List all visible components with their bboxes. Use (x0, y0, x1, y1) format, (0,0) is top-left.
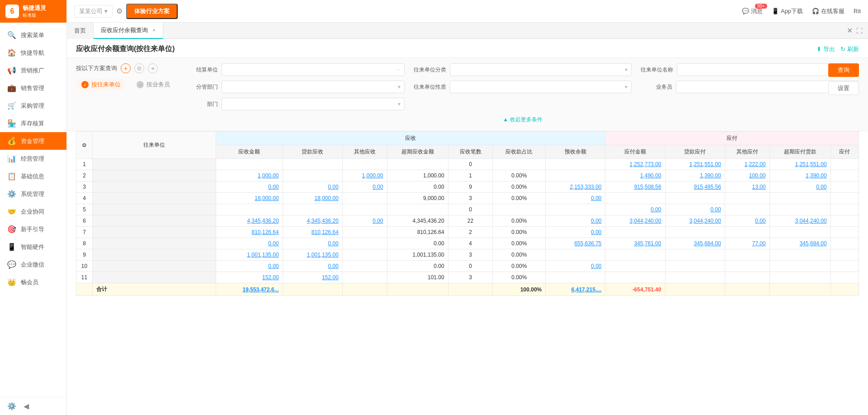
settings-icon[interactable]: ⚙ (116, 7, 123, 15)
sidebar-item-shortcut[interactable]: 🏠快捷导航 (0, 44, 66, 62)
sidebar-item-hardware[interactable]: 📱智能硬件 (0, 238, 66, 256)
add-scheme-button[interactable]: + (121, 63, 131, 73)
scheme-icon-button[interactable]: ⊙ (134, 63, 144, 73)
filter-salesperson: 业务员 ··· (641, 81, 859, 93)
total-ar-amount[interactable]: 19,553,472,6... (216, 283, 283, 296)
sidebar-label-collab: 企业协同 (21, 208, 44, 216)
sub-nav-salesperson[interactable]: ○ 按业务员 (131, 79, 175, 91)
total-ar-prepay[interactable]: 6,417,215.... (546, 283, 605, 296)
dots-icon: ··· (396, 67, 401, 73)
org-name: 某某公司 (79, 7, 103, 15)
set-button[interactable]: 设置 (828, 81, 859, 95)
filter-settlement-unit: 结算单位 ··· (186, 63, 405, 76)
tab-close-icon[interactable]: × (152, 27, 156, 33)
tab-bar-close-icon[interactable]: ✕ (847, 26, 853, 35)
refresh-icon: ↻ (840, 46, 845, 52)
sidebar-item-sales[interactable]: 💼销售管理 (0, 79, 66, 97)
tab-bar: 首页 应收应付余额查询 × ✕ ⛶ (67, 23, 868, 39)
topbar: 某某公司 ▾ ⚙ 体验行业方案 💬 消息 99+ 📱 App下载 🎧 在线客服 … (67, 0, 868, 23)
total-ap-loan (665, 283, 725, 296)
promo-button[interactable]: 体验行业方案 (126, 4, 178, 19)
partner-nature-input[interactable]: ▾ (450, 81, 632, 93)
refresh-button[interactable]: ↻ 刷新 (840, 45, 859, 53)
sidebar-item-finance[interactable]: 💰资金管理 (0, 132, 66, 150)
logo-badge: 标准版 (23, 12, 46, 19)
sidebar-item-system[interactable]: ⚙️系统管理 (0, 185, 66, 203)
collapse-more-button[interactable]: ▲ 收起更多条件 (186, 114, 859, 125)
query-button[interactable]: 查询 (828, 63, 859, 77)
online-service-button[interactable]: 🎧 在线客服 (812, 7, 844, 15)
th-ap-amount: 应付金额 (605, 145, 665, 159)
sidebar-item-guide[interactable]: 🎯新手引导 (0, 220, 66, 238)
table-row: 101,252,773.001,251,551.001,222.001,251,… (76, 159, 859, 170)
org-selector[interactable]: 某某公司 ▾ (74, 5, 113, 18)
partner-cell (93, 261, 216, 272)
tab-ar-query[interactable]: 应收应付余额查询 × (94, 23, 163, 39)
page-content: 应收应付余额查询(按往来单位) ⬆ 导出 ↻ 刷新 按以下方案查询 + (67, 39, 868, 415)
sidebar-item-operation[interactable]: 📊经营管理 (0, 150, 66, 167)
payable-group-header: 应付 (605, 132, 859, 145)
partner-category-input[interactable]: ▾ (450, 63, 632, 76)
sidebar-label-sales: 销售管理 (21, 84, 44, 92)
total-ap-extra (830, 283, 859, 296)
export-button[interactable]: ⬆ 导出 (816, 45, 835, 53)
sidebar-item-member[interactable]: 👑畅会员 (0, 273, 66, 291)
partner-cell (93, 227, 216, 238)
sub-nav-partner[interactable]: ✓ 按往来单位 (76, 79, 126, 91)
service-icon: 🎧 (812, 8, 819, 14)
inventory-icon: 🏪 (7, 119, 16, 128)
collapse-icon[interactable]: ◀ (24, 402, 29, 410)
th-ar-other: 其他应收 (342, 145, 387, 159)
user-profile[interactable]: Rit (854, 8, 861, 14)
filter-top: 按以下方案查询 + ⊙ « (76, 63, 179, 73)
sidebar-item-basic[interactable]: 📋基础信息 (0, 167, 66, 185)
tab-home[interactable]: 首页 (67, 23, 94, 39)
sidebar-item-search[interactable]: 🔍搜索菜单 (0, 26, 66, 44)
app-label: App下载 (781, 7, 803, 15)
th-ar-overdue: 超期应收金额 (387, 145, 448, 159)
export-icon: ⬆ (816, 46, 821, 52)
app-download-button[interactable]: 📱 App下载 (772, 7, 803, 15)
purchase-icon: 🛒 (7, 101, 16, 110)
partner-cell (93, 249, 216, 261)
sidebar-item-purchase[interactable]: 🛒采购管理 (0, 97, 66, 114)
dropdown-icon3: ▾ (625, 84, 627, 90)
dropdown-icon2: ▾ (398, 84, 401, 90)
sub-nav: ✓ 按往来单位 ○ 按业务员 (76, 79, 179, 91)
tab-bar-expand-icon[interactable]: ⛶ (856, 27, 863, 34)
sidebar-label-marketing: 营销推广 (21, 67, 44, 75)
sales-icon: 💼 (7, 84, 16, 92)
settings-col-icon[interactable]: ⚙ (76, 132, 93, 159)
total-ar-other (342, 283, 387, 296)
sidebar-label-shortcut: 快捷导航 (21, 49, 44, 57)
sidebar-bottom: ⚙️ ◀ (0, 397, 66, 415)
table-row: 64,345,436.204,345,436.200.004,345,436.2… (76, 215, 859, 227)
th-ap-loan: 贷款应付 (665, 145, 725, 159)
sidebar-label-member: 畅会员 (21, 278, 38, 286)
settings-icon[interactable]: ⚙️ (7, 402, 16, 410)
partner-cell (93, 272, 216, 283)
sidebar-item-collab[interactable]: 🤝企业协同 (0, 203, 66, 220)
total-index (76, 283, 93, 296)
sidebar: 6 畅捷通灵 标准版 🔍搜索菜单🏠快捷导航📢营销推广💼销售管理🛒采购管理🏪库存核… (0, 0, 67, 415)
settlement-unit-input[interactable]: ··· (222, 63, 405, 76)
sidebar-item-inventory[interactable]: 🏪库存核算 (0, 114, 66, 132)
data-table: ⚙ 往来单位 应收 应付 应收金额 贷款应收 其他应收 超期应收金额 应收笔数 … (76, 131, 859, 296)
partner-cell (93, 238, 216, 249)
table-group-header: ⚙ 往来单位 应收 应付 (76, 132, 859, 145)
dept-manager-input[interactable]: ▾ (222, 81, 405, 93)
total-ap-amount: -654,751.40 (605, 283, 665, 296)
table-row: 80.000.000.0040.00%655,636.75345,761.003… (76, 238, 859, 249)
sidebar-label-finance: 资金管理 (21, 137, 44, 145)
sidebar-item-wechat[interactable]: 💬企业微信 (0, 256, 66, 273)
user-name: Rit (854, 8, 861, 14)
dept-input[interactable]: ▾ (222, 98, 405, 110)
filter-actions: 查询 设置 (828, 63, 859, 95)
partner-cell (93, 159, 216, 170)
sidebar-item-marketing[interactable]: 📢营销推广 (0, 62, 66, 79)
table-body: 101,252,773.001,251,551.001,222.001,251,… (76, 159, 859, 283)
collapse-scheme-button[interactable]: « (148, 63, 158, 73)
message-button[interactable]: 💬 消息 99+ (742, 7, 763, 15)
sidebar-label-purchase: 采购管理 (21, 102, 44, 110)
filter-dept-label: 部门 (186, 100, 218, 108)
